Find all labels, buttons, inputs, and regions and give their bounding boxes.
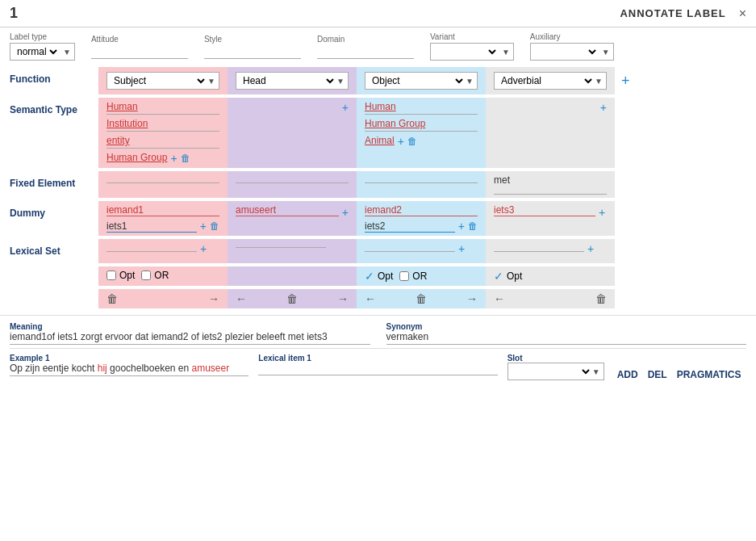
- object-sem-add[interactable]: +: [398, 135, 404, 148]
- lexical-item-section: Lexical item 1: [258, 354, 497, 375]
- domain-input[interactable]: [317, 45, 414, 59]
- adverbial-opt-check-icon: ✓: [494, 270, 503, 283]
- document-number: 1: [10, 5, 18, 22]
- head-function-select[interactable]: Head: [240, 74, 336, 87]
- add-column-area: +: [615, 67, 630, 94]
- adverbial-dummy-col: +: [486, 201, 615, 236]
- adverbial-function-select-box[interactable]: Adverbial ▼: [494, 72, 607, 90]
- object-lex-add[interactable]: +: [458, 242, 465, 255]
- object-arrow-right-icon[interactable]: →: [466, 292, 478, 305]
- slot-select-box[interactable]: ▼: [507, 363, 604, 380]
- function-row: Function Subject ▼ Head ▼: [0, 64, 756, 94]
- variant-select[interactable]: [434, 45, 499, 58]
- head-dummy-row: +: [236, 204, 349, 220]
- label-type-row: Label type normal ▼ Attitude Style Domai…: [0, 27, 756, 64]
- adverbial-lex-add[interactable]: +: [587, 242, 594, 255]
- add-column-button[interactable]: +: [621, 73, 630, 90]
- subject-sem-item-1[interactable]: Human: [107, 101, 219, 112]
- head-trash-icon[interactable]: 🗑: [286, 292, 298, 305]
- subject-dummy2-input[interactable]: [107, 220, 197, 233]
- object-function-select[interactable]: Object: [369, 74, 466, 87]
- object-opt-col: ✓ Opt OR: [357, 266, 486, 286]
- adverbial-arrow-left-icon[interactable]: ←: [494, 292, 505, 305]
- variant-select-box[interactable]: ▼: [430, 43, 514, 61]
- subject-opt-checkbox[interactable]: [107, 270, 116, 280]
- del-button[interactable]: DEL: [648, 369, 667, 380]
- example-text-part2: goochelboeken en: [107, 363, 192, 374]
- adverbial-dummy-add[interactable]: +: [599, 206, 605, 219]
- subject-lex-add[interactable]: +: [200, 242, 207, 255]
- variant-label: Variant: [430, 32, 514, 41]
- label-type-label: Label type: [10, 32, 75, 41]
- object-dummy2-add[interactable]: +: [458, 220, 465, 233]
- add-button[interactable]: ADD: [617, 369, 638, 380]
- object-arrow-left-icon[interactable]: ←: [365, 292, 376, 305]
- subject-dummy-col: + 🗑: [98, 201, 228, 236]
- adverbial-sem-add[interactable]: +: [600, 101, 607, 114]
- object-sem-row-3: Animal + 🗑: [365, 135, 478, 148]
- subject-lex-row: +: [107, 242, 219, 255]
- object-function-select-box[interactable]: Object ▼: [365, 72, 478, 90]
- opt-cols: Opt OR ✓ Opt O: [98, 266, 615, 286]
- subject-sem-item-2[interactable]: Institution: [107, 118, 219, 129]
- adverbial-action-col: ← 🗑: [486, 289, 615, 308]
- slot-select[interactable]: [512, 365, 592, 378]
- subject-sem-item-3[interactable]: entity: [107, 135, 219, 146]
- adverbial-trash-icon[interactable]: 🗑: [595, 292, 607, 305]
- object-dummy1-input[interactable]: [365, 204, 478, 216]
- header: 1 ANNOTATE LABEL ×: [0, 0, 756, 27]
- lexical-set-row: Lexical Set + +: [0, 236, 756, 263]
- style-input[interactable]: [204, 45, 301, 59]
- attitude-input[interactable]: [91, 45, 188, 59]
- meaning-label: Meaning: [10, 322, 370, 331]
- label-type-select[interactable]: normal: [14, 45, 60, 58]
- auxiliary-field: Auxiliary ▼: [530, 32, 614, 61]
- object-sem-item-2[interactable]: Human Group: [365, 118, 478, 129]
- subject-sem-delete[interactable]: 🗑: [181, 153, 190, 164]
- head-sem-add[interactable]: +: [342, 101, 349, 114]
- dialog-title: ANNOTATE LABEL: [620, 7, 725, 19]
- head-function-select-box[interactable]: Head ▼: [236, 72, 349, 90]
- domain-label: Domain: [317, 35, 414, 44]
- object-sem-item-3[interactable]: Animal: [365, 135, 395, 146]
- object-sem-delete[interactable]: 🗑: [407, 136, 417, 147]
- label-type-select-box[interactable]: normal ▼: [10, 43, 75, 61]
- object-trash-icon[interactable]: 🗑: [416, 292, 427, 305]
- head-arrow-icon: ▼: [336, 77, 345, 86]
- subject-arrow-icon: ▼: [207, 77, 215, 86]
- variant-field: Variant ▼: [430, 32, 514, 61]
- object-or-checkbox[interactable]: [399, 271, 409, 281]
- head-arrow-left-icon[interactable]: ←: [236, 292, 247, 305]
- subject-dummy2-add[interactable]: +: [200, 220, 207, 233]
- head-arrow-right-icon[interactable]: →: [337, 292, 349, 305]
- adverbial-dummy1-input[interactable]: [494, 204, 595, 216]
- head-dummy-add[interactable]: +: [342, 206, 349, 219]
- subject-opt-item: Opt: [107, 270, 135, 281]
- subject-semantic-col: Human Institution entity Human Group + 🗑: [98, 98, 228, 168]
- subject-function-select[interactable]: Subject: [111, 74, 207, 87]
- example-section: Example 1 Op zijn eentje kocht hij gooch…: [10, 354, 249, 376]
- fixed-element-row: Fixed Element met: [0, 168, 756, 198]
- auxiliary-select[interactable]: [534, 45, 599, 58]
- adverbial-function-select[interactable]: Adverbial: [498, 74, 595, 87]
- head-dummy1-input[interactable]: [236, 204, 339, 216]
- subject-function-select-box[interactable]: Subject ▼: [107, 72, 219, 90]
- subject-dummy2-delete[interactable]: 🗑: [210, 220, 219, 232]
- object-dummy2-input[interactable]: [365, 220, 455, 233]
- dummy-cols: + 🗑 + + 🗑: [98, 201, 615, 236]
- subject-sem-add[interactable]: +: [170, 152, 177, 165]
- auxiliary-select-box[interactable]: ▼: [530, 43, 614, 61]
- subject-sem-item-4[interactable]: Human Group: [107, 152, 167, 163]
- close-button[interactable]: ×: [739, 6, 746, 21]
- object-sem-item-1[interactable]: Human: [365, 101, 478, 112]
- subject-arrow-right-icon[interactable]: →: [208, 292, 219, 305]
- pragmatics-button[interactable]: PRAGMATICS: [677, 369, 741, 380]
- subject-trash-icon[interactable]: 🗑: [107, 292, 118, 305]
- adverbial-fixed-col: met: [486, 171, 615, 198]
- slot-section: Slot ▼: [507, 354, 604, 380]
- object-dummy2-delete[interactable]: 🗑: [468, 220, 478, 232]
- example-text-amuseer: amuseer: [192, 363, 230, 374]
- lexical-set-label: Lexical Set: [10, 239, 98, 257]
- subject-or-checkbox[interactable]: [141, 270, 151, 280]
- subject-dummy1-input[interactable]: [107, 204, 219, 216]
